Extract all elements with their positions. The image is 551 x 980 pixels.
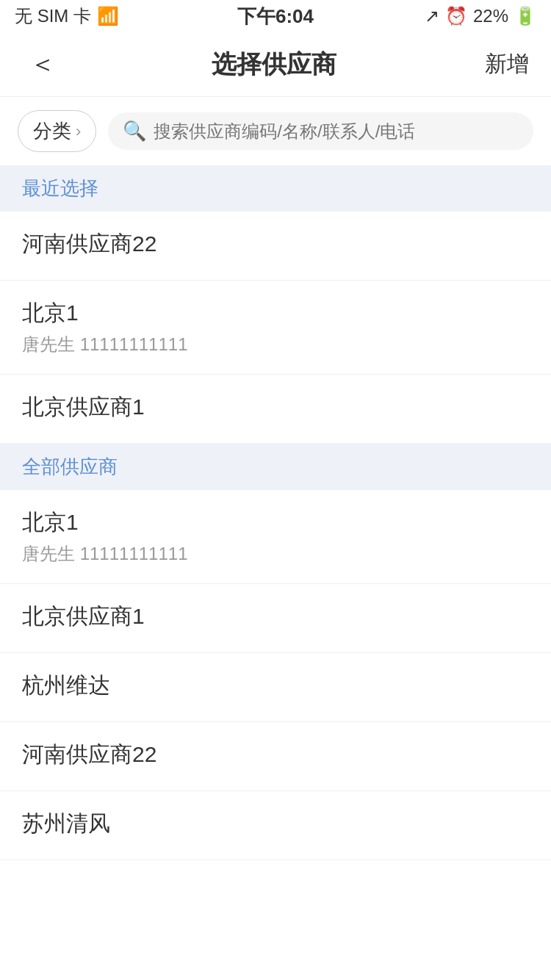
status-right: ↗ ⏰ 22% 🔋 — [425, 6, 536, 26]
recent-section-header: 最近选择 — [0, 165, 551, 212]
list-item[interactable]: 苏州清风 — [0, 791, 551, 860]
status-bar: 无 SIM 卡 📶 下午6:04 ↗ ⏰ 22% 🔋 — [0, 0, 551, 32]
chevron-right-icon: › — [76, 122, 81, 141]
list-item[interactable]: 杭州维达 — [0, 653, 551, 722]
all-section-header: 全部供应商 — [0, 444, 551, 490]
nav-bar: ＜ 选择供应商 新增 — [0, 32, 551, 97]
alarm-icon: ⏰ — [445, 6, 467, 26]
filter-bar: 分类 › 🔍 — [0, 97, 551, 165]
recent-list: 河南供应商22北京1唐先生 11111111111北京供应商1 — [0, 212, 551, 444]
item-name: 北京1 — [22, 508, 529, 538]
search-box: 🔍 — [108, 112, 533, 150]
item-name: 苏州清风 — [22, 809, 529, 839]
category-button[interactable]: 分类 › — [18, 110, 96, 152]
category-label: 分类 — [33, 118, 71, 144]
carrier-label: 无 SIM 卡 — [15, 4, 91, 28]
list-item[interactable]: 北京供应商1 — [0, 375, 551, 444]
item-name: 北京1 — [22, 298, 529, 328]
list-item[interactable]: 河南供应商22 — [0, 212, 551, 281]
list-item[interactable]: 河南供应商22 — [0, 722, 551, 791]
recent-section-label: 最近选择 — [22, 177, 98, 199]
all-section-label: 全部供应商 — [22, 455, 118, 478]
item-name: 北京供应商1 — [22, 602, 529, 632]
item-name: 北京供应商1 — [22, 392, 529, 422]
search-icon: 🔍 — [123, 120, 146, 143]
list-item[interactable]: 北京供应商1 — [0, 584, 551, 653]
new-action-button[interactable]: 新增 — [485, 49, 529, 79]
item-sub: 唐先生 11111111111 — [22, 333, 529, 356]
item-sub: 唐先生 11111111111 — [22, 542, 529, 566]
item-name: 杭州维达 — [22, 671, 529, 701]
status-time: 下午6:04 — [237, 4, 314, 29]
back-button[interactable]: ＜ — [22, 39, 63, 90]
status-left: 无 SIM 卡 📶 — [15, 4, 119, 28]
location-icon: ↗ — [425, 6, 439, 26]
all-list: 北京1唐先生 11111111111北京供应商1杭州维达河南供应商22苏州清风 — [0, 490, 551, 860]
nav-title: 选择供应商 — [212, 48, 336, 82]
battery-icon: 🔋 — [514, 6, 536, 26]
battery-label: 22% — [473, 6, 508, 26]
item-name: 河南供应商22 — [22, 740, 529, 770]
search-input[interactable] — [154, 121, 519, 142]
item-name: 河南供应商22 — [22, 229, 529, 259]
list-item[interactable]: 北京1唐先生 11111111111 — [0, 490, 551, 584]
list-item[interactable]: 北京1唐先生 11111111111 — [0, 281, 551, 375]
wifi-icon: 📶 — [97, 6, 119, 26]
